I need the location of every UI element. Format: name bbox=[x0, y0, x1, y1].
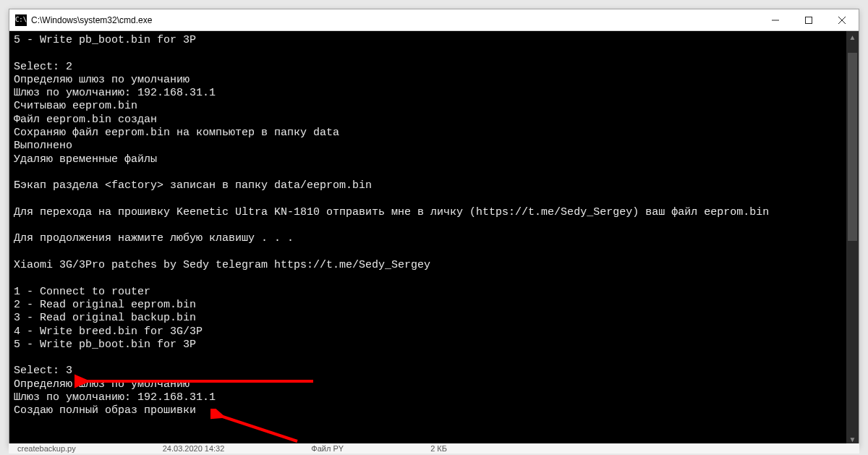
explorer-row-fragment: createbackup.py 24.03.2020 14:32 Файл PY… bbox=[9, 443, 859, 454]
minimize-button[interactable] bbox=[759, 9, 792, 30]
close-button[interactable] bbox=[825, 9, 859, 30]
titlebar[interactable]: C:\ C:\Windows\system32\cmd.exe bbox=[9, 9, 859, 31]
terminal-area: 5 - Write pb_boot.bin for 3P Select: 2 О… bbox=[9, 31, 859, 446]
window-controls bbox=[759, 9, 859, 30]
svg-rect-1 bbox=[806, 17, 812, 23]
file-date: 24.03.2020 14:32 bbox=[163, 444, 225, 453]
scroll-thumb[interactable] bbox=[848, 53, 857, 241]
file-size: 2 КБ bbox=[430, 444, 447, 453]
file-type: Файл PY bbox=[311, 444, 344, 453]
scroll-up-arrow[interactable]: ▲ bbox=[846, 31, 859, 43]
vertical-scrollbar[interactable]: ▲ ▼ bbox=[846, 31, 859, 446]
cmd-icon-glyph: C:\ bbox=[15, 17, 27, 23]
maximize-button[interactable] bbox=[792, 9, 825, 30]
cmd-window: C:\ C:\Windows\system32\cmd.exe 5 - Writ… bbox=[9, 9, 859, 446]
file-name: createbackup.py bbox=[17, 444, 76, 453]
cmd-icon: C:\ bbox=[15, 14, 27, 26]
terminal-output[interactable]: 5 - Write pb_boot.bin for 3P Select: 2 О… bbox=[9, 31, 846, 446]
window-title: C:\Windows\system32\cmd.exe bbox=[31, 15, 152, 25]
